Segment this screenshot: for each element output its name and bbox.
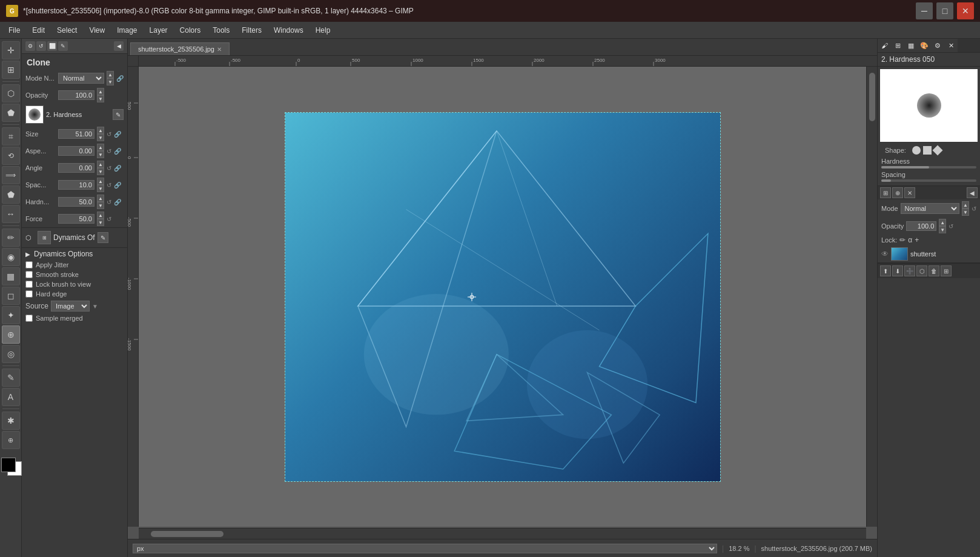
canvas-tab-close-icon[interactable]: ✕ <box>217 46 222 53</box>
source-select[interactable]: Image Pattern <box>51 301 90 312</box>
force-input[interactable] <box>58 214 94 224</box>
options-icon-1[interactable]: ⚙ <box>25 41 35 51</box>
layers-collapse-button[interactable]: ◀ <box>967 187 978 198</box>
layers-bottom-btn-5[interactable]: 🗑 <box>929 265 939 276</box>
layer-opacity-spin[interactable]: ▲ ▼ <box>939 219 946 233</box>
shear-tool-button[interactable]: ⟹ <box>2 166 20 184</box>
fuzzy-select-tool-button[interactable]: ⬟ <box>2 104 20 122</box>
layer-opacity-spin-up[interactable]: ▲ <box>939 219 946 226</box>
opacity-spin[interactable]: ▲ ▼ <box>97 88 104 102</box>
rp-tab-settings[interactable]: ⚙ <box>931 39 944 52</box>
options-icon-3[interactable]: ⬜ <box>47 41 57 51</box>
lock-alpha-icon[interactable]: α <box>908 236 912 244</box>
layers-tool-btn-2[interactable]: ⊕ <box>892 187 903 198</box>
layer-mode-spin-up[interactable]: ▲ <box>962 201 969 208</box>
vertical-scrollbar-thumb[interactable] <box>869 73 875 121</box>
layer-mode-spin-down[interactable]: ▼ <box>962 208 969 216</box>
paint-tool-button[interactable]: ✏ <box>2 228 20 247</box>
angle-input[interactable] <box>58 163 94 173</box>
canvas-image-container[interactable] <box>139 67 866 527</box>
clone-tool-button[interactable]: ⊕ <box>2 325 20 344</box>
shape-diamond-button[interactable] <box>932 145 942 156</box>
shape-square-button[interactable] <box>923 146 932 155</box>
vertical-scrollbar[interactable] <box>866 67 877 527</box>
hardness-spin[interactable]: ▲ ▼ <box>97 195 104 209</box>
spacing-spin[interactable]: ▲ ▼ <box>97 178 104 192</box>
force-spin[interactable]: ▲ ▼ <box>97 212 104 226</box>
mode-spin-down[interactable]: ▼ <box>107 78 114 85</box>
dynamics-options-header[interactable]: ▶ Dynamics Options <box>22 247 127 260</box>
canvas-tab-main[interactable]: shutterstock_2535506.jpg ✕ <box>130 42 230 55</box>
path-tool-button[interactable]: ✎ <box>2 369 20 387</box>
menu-filters[interactable]: Filters <box>236 24 268 36</box>
options-icon-4[interactable]: ✎ <box>58 41 68 51</box>
brush-thumbnail[interactable] <box>25 105 44 124</box>
menu-help[interactable]: Help <box>310 24 337 36</box>
lock-brush-checkbox[interactable] <box>25 281 33 288</box>
layers-bottom-btn-2[interactable]: ⬇ <box>892 265 903 276</box>
free-select-tool-button[interactable]: ⬡ <box>2 84 20 102</box>
layers-tool-btn-1[interactable]: ⊞ <box>880 187 891 198</box>
opacity-input[interactable] <box>58 90 94 100</box>
rp-tab-patterns[interactable]: ⊞ <box>891 39 904 52</box>
size-spin[interactable]: ▲ ▼ <box>97 127 104 141</box>
rp-tab-gradients[interactable]: ▦ <box>904 39 918 52</box>
size-spin-down[interactable]: ▼ <box>97 134 104 141</box>
aspect-spin[interactable]: ▲ ▼ <box>97 144 104 158</box>
horizontal-scrollbar-thumb[interactable] <box>151 531 223 537</box>
dynamics-thumbnail[interactable]: ⊞ <box>38 231 51 244</box>
menu-edit[interactable]: Edit <box>26 24 51 36</box>
menu-tools[interactable]: Tools <box>207 24 236 36</box>
heal-tool-button[interactable]: ✦ <box>2 306 20 324</box>
hardness-spin-down[interactable]: ▼ <box>97 202 104 209</box>
sample-merged-checkbox[interactable] <box>25 315 33 322</box>
bucket-tool-button[interactable]: ◉ <box>2 248 20 266</box>
apply-jitter-checkbox[interactable] <box>25 261 33 268</box>
eraser-tool-button[interactable]: ◻ <box>2 287 20 305</box>
angle-spin-up[interactable]: ▲ <box>97 161 104 168</box>
gradient-tool-button[interactable]: ▦ <box>2 267 20 285</box>
layer-opacity-input[interactable] <box>906 221 936 231</box>
menu-select[interactable]: Select <box>51 24 83 36</box>
layers-bottom-btn-4[interactable]: ⬡ <box>916 265 927 276</box>
menu-windows[interactable]: Windows <box>268 24 310 36</box>
opacity-spin-down[interactable]: ▼ <box>97 95 104 102</box>
blur-tool-button[interactable]: ◎ <box>2 345 20 363</box>
hardness-spin-up[interactable]: ▲ <box>97 195 104 202</box>
hard-edge-checkbox[interactable] <box>25 290 33 298</box>
layer-visibility-icon[interactable]: 👁 <box>881 250 889 258</box>
aspect-spin-down[interactable]: ▼ <box>97 151 104 158</box>
transform-tool-button[interactable]: ⟲ <box>2 147 20 165</box>
menu-view[interactable]: View <box>83 24 111 36</box>
force-spin-up[interactable]: ▲ <box>97 212 104 219</box>
text-tool-button[interactable]: A <box>2 388 20 406</box>
layers-tool-btn-3[interactable]: ✕ <box>904 187 915 198</box>
unit-select[interactable]: px <box>133 544 717 553</box>
spacing-spin-down[interactable]: ▼ <box>97 185 104 192</box>
align-tool-button[interactable]: ⊞ <box>2 61 20 79</box>
size-spin-up[interactable]: ▲ <box>97 127 104 134</box>
crop-tool-button[interactable]: ⌗ <box>2 127 20 145</box>
lock-pen-icon[interactable]: ✏ <box>899 236 906 244</box>
canvas-image[interactable] <box>285 112 721 482</box>
perspective-tool-button[interactable]: ⬟ <box>2 185 20 204</box>
dynamics-edit-button[interactable]: ✎ <box>98 232 108 243</box>
menu-image[interactable]: Image <box>111 24 143 36</box>
color-picker-tool-button[interactable]: ✱ <box>2 412 20 430</box>
layers-bottom-btn-3[interactable]: ➕ <box>904 265 915 276</box>
horizontal-scrollbar[interactable] <box>139 528 866 539</box>
spacing-slider[interactable] <box>881 179 976 182</box>
lock-all-icon[interactable]: + <box>915 236 919 244</box>
canvas-scroll-area[interactable]: -500 -500 0 500 1000 1500 2000 2500 <box>128 56 877 539</box>
mode-spin-up[interactable]: ▲ <box>107 71 114 78</box>
flip-tool-button[interactable]: ↔ <box>2 205 20 223</box>
maximize-button[interactable]: □ <box>936 2 953 19</box>
layer-mode-select[interactable]: Normal <box>901 203 959 214</box>
zoom-tool-button[interactable]: ⊕ <box>2 431 20 449</box>
menu-layer[interactable]: Layer <box>144 24 174 36</box>
close-button[interactable]: ✕ <box>957 2 974 19</box>
minimize-button[interactable]: ─ <box>916 2 933 19</box>
rp-tab-close[interactable]: ✕ <box>944 39 958 52</box>
brush-edit-button[interactable]: ✎ <box>113 109 124 120</box>
options-collapse-button[interactable]: ◀ <box>114 41 124 51</box>
